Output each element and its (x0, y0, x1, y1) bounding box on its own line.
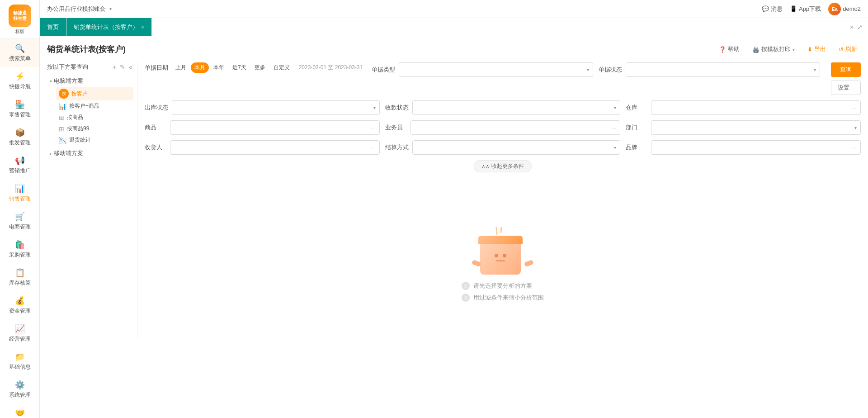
add-scheme-icon[interactable]: + (112, 62, 117, 71)
tab-home[interactable]: 首页 (40, 18, 66, 36)
receiver-dots-icon: ··· (371, 144, 376, 151)
tree-return-stats-label: 退货统计 (69, 136, 91, 144)
breadcrumb-dropdown-icon[interactable]: ▾ (109, 6, 112, 11)
business-icon: 📈 (15, 324, 25, 334)
tree-item-return-stats[interactable]: 📉 退货统计 (56, 134, 133, 146)
page-title: 销货单统计表(按客户) (47, 44, 126, 55)
salesperson-control[interactable]: ··· (410, 120, 620, 135)
purchase-icon: 🛍️ (15, 240, 25, 250)
filter-date-row: 单据日期 上月 本月 本年 近7天 更多 自定义 2023-03-01 至 20… (145, 62, 366, 73)
active-indicator: 按 (59, 89, 69, 99)
filter-goods: 商品 ··· (145, 120, 380, 135)
goods-control[interactable]: ··· (170, 120, 380, 135)
action-buttons: 查询 设置 (831, 62, 861, 95)
sidebar-item-finance[interactable]: 💰 资金管理 (0, 291, 39, 319)
empty-state: ① 请先选择要分析的方案 ② 用过滤条件来缩小分析范围 (145, 180, 861, 338)
header-actions: 💬 消息 📱 App下载 Ea demo2 (762, 3, 861, 15)
doc-status-control[interactable]: ▾ (626, 62, 820, 77)
sidebar-item-wholesale[interactable]: 📦 批发管理 (0, 123, 39, 151)
receipt-status-arrow-icon: ▾ (614, 105, 616, 110)
sidebar-item-ecommerce-label: 电商管理 (9, 223, 31, 231)
logo[interactable]: 畅捷通好生意 标版 (0, 0, 39, 39)
sidebar-item-system[interactable]: ⚙️ 系统管理 (0, 375, 39, 404)
sidebar-item-quicknav[interactable]: ⚡ 快捷导航 (0, 67, 39, 95)
print-dropdown-icon[interactable]: ▾ (793, 47, 795, 52)
doc-type-label: 单据类型 (372, 66, 395, 74)
sidebar-item-business[interactable]: 📈 经营管理 (0, 319, 39, 347)
filter-out-status: 出库状态 ▾ (145, 100, 380, 115)
export-button[interactable]: ⬇ 导出 (804, 43, 830, 55)
user-avatar: Ea (828, 3, 841, 15)
collapse-button[interactable]: ∧∧ 收起更多条件 (474, 160, 532, 172)
help-button[interactable]: ❓ 帮助 (715, 43, 743, 55)
table-icon: ⊞ (59, 114, 64, 121)
tree-sub-items: 按 按客户 📊 按客户+商品 ⊞ 按商品 ⊞ (47, 87, 133, 146)
sidebar-item-search-label: 搜索菜单 (9, 55, 31, 62)
steam-2 (500, 227, 502, 233)
main-area: 办公用品行业模拟账套 ▾ 💬 消息 📱 App下载 Ea demo2 首页 (40, 0, 868, 418)
download-icon: 📱 (790, 5, 797, 12)
date-range-text: 2023-03-01 至 2023-03-31 (299, 64, 363, 71)
tree-item-by-goods[interactable]: ⊞ 按商品 (56, 112, 133, 123)
tab-close-icon[interactable]: × (141, 24, 144, 30)
user-profile[interactable]: Ea demo2 (828, 3, 861, 15)
warehouse-control[interactable]: ··· (651, 100, 861, 115)
left-panel-header: 按以下方案查询 + ✎ « (47, 62, 133, 71)
sidebar-item-purchase[interactable]: 🛍️ 采购管理 (0, 235, 39, 263)
tab-sales-stats[interactable]: 销货单统计表（按客户） × (66, 18, 152, 36)
edit-scheme-icon[interactable]: ✎ (119, 62, 126, 71)
date-tab-7days[interactable]: 近7天 (229, 62, 250, 73)
help-icon: ❓ (719, 46, 726, 53)
sidebar-item-inventory[interactable]: 📋 库存核算 (0, 263, 39, 291)
receipt-status-control[interactable]: ▾ (412, 100, 620, 115)
search-icon: 🔍 (15, 43, 25, 53)
tree-mobile-group[interactable]: ▸ 移动端方案 (47, 147, 133, 159)
sidebar-item-search[interactable]: 🔍 搜索菜单 (0, 39, 39, 67)
out-status-control[interactable]: ▾ (172, 100, 380, 115)
brand-control[interactable]: ··· (651, 140, 861, 155)
tab-close-window-button[interactable]: × (850, 24, 854, 31)
wholesale-icon: 📦 (15, 128, 25, 138)
tab-maximize-button[interactable]: ⤢ (857, 24, 863, 31)
tree-desktop-group[interactable]: ▾ 电脑端方案 (47, 75, 133, 87)
refresh-button[interactable]: ↺ 刷新 (835, 43, 861, 55)
eye-left (495, 254, 498, 257)
empty-step-2: ② 用过滤条件来缩小分析范围 (462, 294, 544, 302)
collapse-panel-icon[interactable]: « (128, 62, 133, 71)
doc-type-control[interactable]: ▾ (399, 62, 593, 77)
date-tab-this-month[interactable]: 本月 (191, 62, 209, 73)
sidebar-item-retail[interactable]: 🏪 零售管理 (0, 95, 39, 123)
date-tab-this-year[interactable]: 本年 (210, 62, 228, 73)
sidebar-item-marketing[interactable]: 📢 营销推广 (0, 151, 39, 179)
sidebar-item-basic[interactable]: 📁 基础信息 (0, 347, 39, 375)
receiver-label: 收货人 (145, 143, 166, 152)
sidebar: 畅捷通好生意 标版 🔍 搜索菜单 ⚡ 快捷导航 🏪 零售管理 📦 批发管理 📢 … (0, 0, 40, 418)
step-2-num: ② (462, 294, 470, 302)
date-tab-custom[interactable]: 自定义 (270, 62, 293, 73)
message-icon: 💬 (762, 5, 769, 12)
sidebar-item-ecommerce[interactable]: 🛒 电商管理 (0, 207, 39, 235)
date-tab-more[interactable]: 更多 (251, 62, 269, 73)
left-panel-icons: + ✎ « (112, 62, 133, 71)
sidebar-item-sales[interactable]: 📊 销售管理 (0, 179, 39, 207)
message-button[interactable]: 💬 消息 (762, 5, 783, 13)
tree-item-by-goods99[interactable]: ⊞ 按商品99 (56, 123, 133, 134)
goods-dots-icon: ··· (371, 124, 376, 131)
tree-item-by-customer[interactable]: 按 按客户 (56, 87, 133, 100)
sidebar-item-enterprise[interactable]: 🤝 企业协同 (0, 404, 39, 418)
receiver-control[interactable]: ··· (170, 140, 380, 155)
query-button[interactable]: 查询 (831, 62, 861, 77)
tree-item-by-customer-goods[interactable]: 📊 按客户+商品 (56, 100, 133, 112)
box-mouth (496, 260, 505, 261)
app-download-button[interactable]: 📱 App下载 (790, 5, 821, 13)
chart-icon: 📊 (59, 103, 66, 110)
settle-control[interactable]: ▾ (412, 140, 620, 155)
warehouse-label: 仓库 (626, 104, 647, 112)
app-download-label: App下载 (799, 5, 821, 13)
print-button[interactable]: 🖨️ 按模板打印 ▾ (749, 43, 798, 55)
settings-button[interactable]: 设置 (831, 81, 861, 95)
sidebar-item-wholesale-label: 批发管理 (9, 139, 31, 147)
sidebar-item-marketing-label: 营销推广 (9, 167, 31, 175)
date-tab-last-month[interactable]: 上月 (172, 62, 190, 73)
dept-control[interactable]: ▾ (651, 120, 861, 135)
